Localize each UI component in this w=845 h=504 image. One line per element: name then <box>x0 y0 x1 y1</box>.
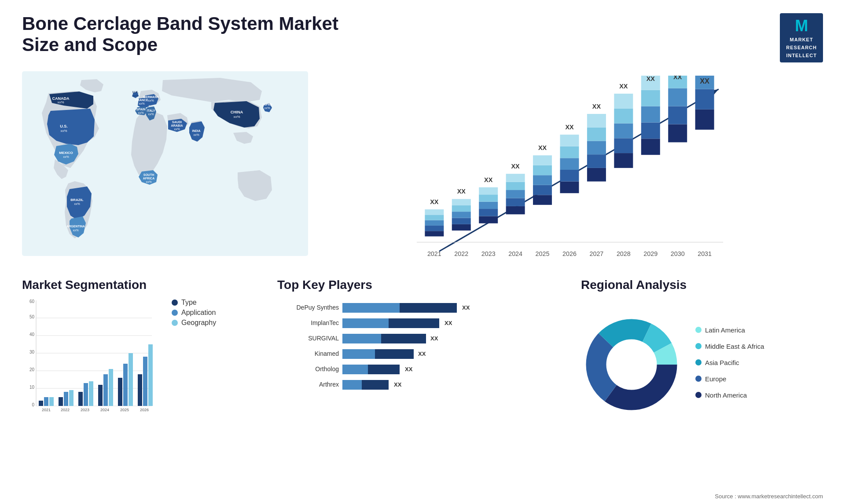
europe-label: Europe <box>705 375 726 383</box>
north-america-dot <box>695 392 702 398</box>
svg-rect-143 <box>138 374 142 406</box>
svg-text:2027: 2027 <box>589 250 603 257</box>
segmentation-chart: 0 10 20 30 40 50 60 <box>22 299 154 413</box>
svg-text:2026: 2026 <box>140 408 149 412</box>
regional-legend: Latin America Middle East & Africa Asia … <box>695 326 764 403</box>
legend-application: Application <box>172 309 216 317</box>
svg-text:xx%: xx% <box>132 94 138 97</box>
legend-geography: Geography <box>172 319 216 327</box>
svg-point-177 <box>609 342 654 387</box>
svg-rect-131 <box>78 392 83 406</box>
svg-rect-166 <box>342 365 368 374</box>
svg-text:2024: 2024 <box>100 408 109 412</box>
svg-text:10: 10 <box>29 385 35 390</box>
svg-rect-140 <box>123 364 128 406</box>
svg-rect-98 <box>668 124 687 142</box>
svg-text:xx%: xx% <box>139 102 144 105</box>
svg-text:Arthrex: Arthrex <box>319 381 339 388</box>
svg-rect-74 <box>560 135 579 146</box>
legend-north-america: North America <box>695 391 764 399</box>
map-section: CANADA xx% U.S. xx% MEXICO xx% BRAZIL xx… <box>22 71 308 269</box>
svg-rect-44 <box>452 212 471 218</box>
svg-text:INDIA: INDIA <box>192 129 200 132</box>
svg-text:ARABIA: ARABIA <box>171 124 183 127</box>
svg-text:ImplanTec: ImplanTec <box>311 319 339 326</box>
bottom-grid: Market Segmentation 0 10 20 30 40 50 60 <box>22 278 823 504</box>
svg-rect-79 <box>587 141 606 154</box>
svg-text:50: 50 <box>29 314 35 319</box>
svg-rect-81 <box>587 114 606 128</box>
legend-latin-america: Latin America <box>695 326 764 334</box>
svg-rect-51 <box>479 202 498 209</box>
svg-rect-42 <box>452 224 471 230</box>
svg-rect-123 <box>39 401 43 406</box>
donut-container: Latin America Middle East & Africa Asia … <box>581 299 823 431</box>
svg-rect-38 <box>425 215 444 220</box>
svg-rect-158 <box>342 334 381 343</box>
type-label: Type <box>181 299 197 307</box>
svg-rect-70 <box>560 182 579 194</box>
svg-text:2028: 2028 <box>617 250 631 257</box>
svg-text:GERMANY: GERMANY <box>143 95 159 99</box>
svg-rect-162 <box>342 349 375 359</box>
svg-text:2021: 2021 <box>427 250 441 257</box>
source-text: Source : www.marketresearchintellect.com <box>715 493 823 500</box>
svg-text:DePuy Synthes: DePuy Synthes <box>297 304 339 311</box>
svg-rect-56 <box>506 206 525 214</box>
svg-rect-150 <box>342 303 400 313</box>
svg-text:0: 0 <box>32 402 34 407</box>
svg-rect-60 <box>506 174 525 182</box>
svg-text:AFRICA: AFRICA <box>143 177 154 180</box>
svg-rect-77 <box>587 168 606 182</box>
svg-text:XX: XX <box>405 366 413 373</box>
svg-text:60: 60 <box>29 299 35 304</box>
svg-text:xx%: xx% <box>148 99 154 102</box>
svg-rect-73 <box>560 146 579 158</box>
svg-text:2022: 2022 <box>454 250 468 257</box>
legend-middle-east: Middle East & Africa <box>695 343 764 350</box>
svg-rect-84 <box>614 153 633 168</box>
svg-text:XX: XX <box>430 335 438 342</box>
svg-rect-65 <box>533 175 552 185</box>
svg-rect-133 <box>89 381 93 406</box>
svg-text:XX: XX <box>457 188 466 195</box>
world-map-svg: CANADA xx% U.S. xx% MEXICO xx% BRAZIL xx… <box>22 71 308 256</box>
legend-type: Type <box>172 299 216 307</box>
svg-text:2025: 2025 <box>536 250 550 257</box>
svg-rect-99 <box>668 106 687 124</box>
svg-rect-139 <box>118 378 122 406</box>
svg-text:2023: 2023 <box>81 408 89 412</box>
svg-text:2022: 2022 <box>61 408 70 412</box>
svg-rect-94 <box>641 90 660 106</box>
svg-text:XX: XX <box>445 320 452 326</box>
svg-rect-86 <box>614 124 633 139</box>
svg-rect-93 <box>641 106 660 123</box>
svg-rect-39 <box>425 209 444 215</box>
svg-rect-125 <box>49 397 54 406</box>
svg-rect-87 <box>614 109 633 124</box>
svg-text:BRAZIL: BRAZIL <box>70 198 83 202</box>
latin-america-label: Latin America <box>705 326 745 334</box>
svg-text:MEXICO: MEXICO <box>59 151 73 155</box>
svg-rect-136 <box>103 374 108 406</box>
svg-rect-64 <box>533 185 552 195</box>
type-dot <box>172 299 178 306</box>
svg-text:U.S.: U.S. <box>60 124 68 128</box>
svg-rect-58 <box>506 190 525 198</box>
svg-text:SURGIVAL: SURGIVAL <box>308 335 339 342</box>
svg-text:XX: XX <box>673 76 682 80</box>
svg-rect-53 <box>479 187 498 194</box>
logo-area: M MARKETRESEARCHINTELLECT <box>780 13 823 62</box>
svg-rect-57 <box>506 198 525 206</box>
svg-text:XX: XX <box>418 351 426 357</box>
svg-rect-45 <box>452 205 471 212</box>
asia-pacific-label: Asia Pacific <box>705 359 739 366</box>
svg-rect-144 <box>143 357 147 406</box>
page-title: Bone Cerclage Band System Market Size an… <box>22 13 374 55</box>
asia-pacific-dot <box>695 359 702 365</box>
svg-text:XX: XX <box>511 163 520 170</box>
segmentation-section: Market Segmentation 0 10 20 30 40 50 60 <box>22 278 264 504</box>
svg-rect-43 <box>452 218 471 224</box>
svg-text:XX: XX <box>700 77 709 85</box>
svg-text:XX: XX <box>394 381 402 388</box>
